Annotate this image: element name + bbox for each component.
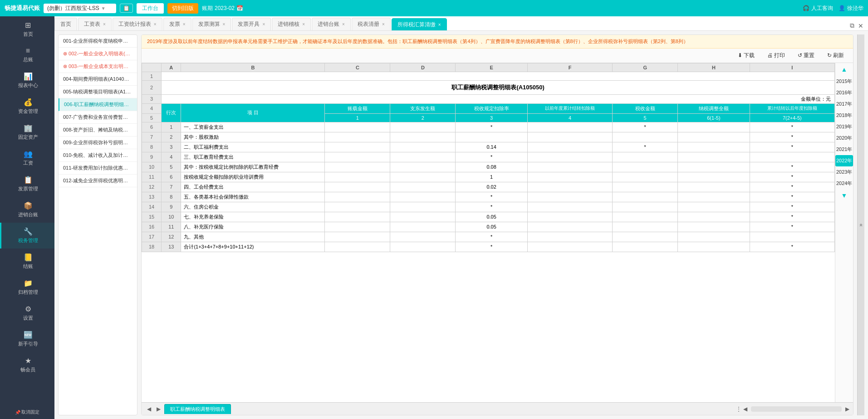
sheet-scroll-right[interactable]: ▶	[155, 405, 162, 413]
cell-6[interactable]	[527, 212, 612, 222]
tab-income-tax-close[interactable]: ×	[438, 22, 441, 27]
nav-item-006[interactable]: 006-职工薪酬纳税调整明细…	[59, 98, 137, 111]
cell-9[interactable]: *	[750, 162, 834, 172]
cell-7[interactable]: *	[613, 142, 678, 152]
cell-6[interactable]	[527, 152, 612, 162]
cell-5[interactable]: *	[456, 192, 527, 202]
nav-item-011[interactable]: 011-研发费用加计扣除优惠…	[59, 162, 137, 175]
cell-2[interactable]: 一、工资薪金支出	[181, 122, 325, 132]
cell-5[interactable]: *	[456, 232, 527, 242]
print-btn[interactable]: 🖨 打印	[764, 50, 789, 61]
cell-5[interactable]: *	[456, 152, 527, 162]
cell-5[interactable]: *	[456, 202, 527, 212]
tab-close-all-btn[interactable]: ✕	[857, 21, 864, 30]
cell-6[interactable]	[527, 202, 612, 212]
year-2022[interactable]: 2022年	[835, 155, 853, 166]
cell-9[interactable]: *	[750, 172, 834, 182]
cell-2[interactable]: 六、住房公积金	[181, 202, 325, 212]
user-profile-btn[interactable]: 👤 徐泾华	[839, 5, 863, 12]
year-2024[interactable]: 2024年	[835, 178, 853, 189]
year-2015[interactable]: 2015年	[835, 76, 853, 87]
cell-5[interactable]: 0.05	[456, 212, 527, 222]
sidebar-item-assets[interactable]: 🏢 固定资产	[0, 119, 54, 145]
cell-8[interactable]	[678, 202, 750, 212]
cell-7[interactable]	[613, 242, 678, 252]
sidebar-item-payroll[interactable]: 👥 工资	[0, 145, 54, 171]
tab-payroll-stats-close[interactable]: ×	[154, 22, 157, 27]
sheet-tab-main[interactable]: 职工薪酬纳税调整明细表	[164, 404, 231, 414]
sheet-scroll-left[interactable]: ◀	[145, 405, 153, 413]
sidebar-item-home[interactable]: ⊞ 首页	[0, 16, 54, 42]
cell-6[interactable]	[527, 222, 612, 232]
cell-9[interactable]: *	[750, 122, 834, 132]
sidebar-item-archive[interactable]: 📁 归档管理	[0, 274, 54, 300]
cell-1[interactable]: 3	[162, 142, 181, 152]
cell-7[interactable]	[613, 192, 678, 202]
tab-tax-book-close[interactable]: ×	[382, 22, 385, 27]
cell-8[interactable]	[678, 182, 750, 192]
cell-1[interactable]: 13	[162, 242, 181, 252]
cell-3[interactable]	[325, 142, 390, 152]
refresh-btn[interactable]: ↻ 刷新	[824, 50, 848, 61]
sidebar-item-guide[interactable]: 🆕 新手引导	[0, 326, 54, 352]
cell-8[interactable]	[678, 222, 750, 232]
cell-8[interactable]	[678, 242, 750, 252]
cell-1[interactable]: 6	[162, 172, 181, 182]
cell-4[interactable]	[390, 232, 456, 242]
cell-3[interactable]	[325, 222, 390, 232]
cell-4[interactable]	[390, 132, 456, 142]
tab-invoice-issue[interactable]: 发票开具 ×	[232, 18, 271, 30]
collapse-btn[interactable]: «	[857, 34, 864, 415]
cell-0[interactable]: 18	[142, 242, 162, 252]
cell-9[interactable]: *	[750, 182, 834, 192]
nav-item-004[interactable]: 004-期间费用明细表(A1040…	[59, 73, 137, 86]
cell-6[interactable]	[527, 142, 612, 152]
cell-7[interactable]	[613, 172, 678, 182]
cell-4[interactable]	[390, 162, 456, 172]
cell-3[interactable]	[325, 122, 390, 132]
sidebar-item-tax[interactable]: 🔧 税务管理	[0, 223, 54, 248]
reset-btn[interactable]: ↺ 重置	[794, 50, 818, 61]
cell-0[interactable]: 12	[142, 182, 162, 192]
cell-3[interactable]	[325, 192, 390, 202]
cell-3[interactable]	[325, 182, 390, 192]
cell-3[interactable]	[325, 202, 390, 212]
cell-0[interactable]: 9	[142, 152, 162, 162]
calendar-btn[interactable]: 📋	[120, 4, 133, 13]
year-2023[interactable]: 2023年	[835, 166, 853, 178]
tab-invoice-issue-close[interactable]: ×	[262, 22, 265, 27]
tab-payroll-stats[interactable]: 工资统计报表 ×	[113, 18, 162, 30]
cell-6[interactable]	[527, 182, 612, 192]
cell-4[interactable]	[390, 202, 456, 212]
cell-4[interactable]	[390, 152, 456, 162]
tab-invoice-calc-close[interactable]: ×	[223, 22, 226, 27]
cell-8[interactable]	[678, 162, 750, 172]
cell-7[interactable]	[613, 232, 678, 242]
year-2017[interactable]: 2017年	[835, 98, 853, 110]
sidebar-item-sales[interactable]: 📦 进销台账	[0, 197, 54, 223]
cell-7[interactable]	[613, 162, 678, 172]
cell-8[interactable]	[678, 122, 750, 132]
cell-2[interactable]: 四、工会经费支出	[181, 182, 325, 192]
cell-1[interactable]: 9	[162, 202, 181, 212]
cell-4[interactable]	[390, 212, 456, 222]
cell-3[interactable]	[325, 132, 390, 142]
cell-5[interactable]: *	[456, 122, 527, 132]
cell-0[interactable]: 13	[142, 192, 162, 202]
cell-5[interactable]	[456, 132, 527, 142]
tab-income-tax[interactable]: 所得税汇算清缴 ×	[392, 18, 447, 31]
cell-3[interactable]	[325, 212, 390, 222]
year-2020[interactable]: 2020年	[835, 132, 853, 144]
cell-1[interactable]: 12	[162, 232, 181, 242]
cell-4[interactable]	[390, 122, 456, 132]
sidebar-item-funds[interactable]: 💰 资金管理	[0, 93, 54, 119]
sidebar-item-closing[interactable]: 📒 结账	[0, 248, 54, 274]
cell-7[interactable]	[613, 182, 678, 192]
cell-7[interactable]	[613, 222, 678, 232]
cell-0[interactable]: 10	[142, 162, 162, 172]
year-2018[interactable]: 2018年	[835, 110, 853, 121]
cell-1[interactable]: 5	[162, 162, 181, 172]
cell-6[interactable]	[527, 192, 612, 202]
cell-7[interactable]	[613, 202, 678, 212]
tab-inout-check[interactable]: 进销稽核 ×	[272, 18, 311, 30]
